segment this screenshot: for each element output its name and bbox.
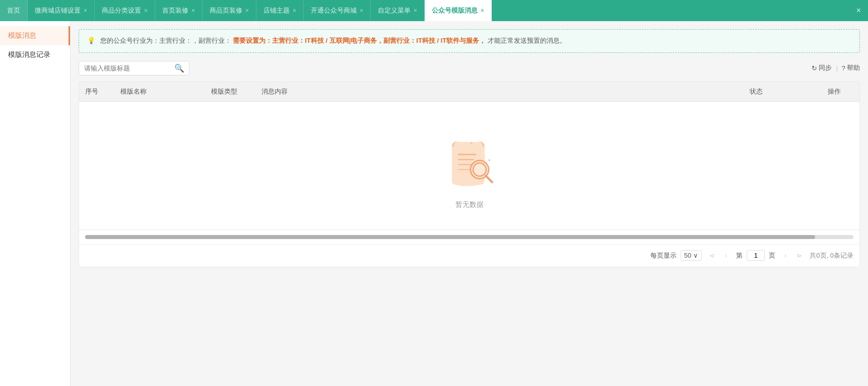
sync-label: 同步 [819, 63, 832, 72]
nav-tab-home-decor-close[interactable]: × [191, 7, 195, 14]
page-size-label: 每页显示 [650, 251, 677, 260]
empty-illustration: ✦ ✦ [439, 132, 500, 192]
nav-tab-shop-theme-close[interactable]: × [293, 7, 296, 14]
table-header: 序号 模版名称 模版类型 消息内容 状态 操作 [79, 82, 859, 102]
empty-text: 暂无数据 [455, 200, 484, 209]
fake-scrollbar[interactable] [85, 235, 853, 239]
nav-tab-product-page-close[interactable]: × [245, 7, 249, 14]
nav-tab-open-mall-label: 开通公众号商城 [311, 6, 357, 15]
scrollbar-thumb [85, 235, 815, 239]
page-label-suffix: 页 [769, 251, 775, 260]
notice-icon: 💡 [87, 37, 95, 44]
notice-prefix: 您的公众号行业为：主营行业：，副营行业： [100, 37, 231, 44]
next-page-button[interactable]: › [779, 250, 791, 262]
help-label: 帮助 [847, 63, 860, 72]
empty-state: ✦ ✦ 暂无数据 [79, 102, 859, 229]
nav-tab-home-decor[interactable]: 首页装修 × [155, 0, 203, 21]
pagination: 每页显示 50 ∨ ⊲ ‹ 第 页 › ⊳ 共0页, 0条记录 [79, 244, 859, 267]
sidebar-item-template-history-label: 模版消息记录 [8, 50, 50, 58]
nav-tab-template-msg-label: 公众号模版消息 [432, 6, 478, 15]
nav-tab-open-mall-close[interactable]: × [360, 7, 363, 14]
col-name: 模版名称 [114, 82, 205, 101]
nav-tab-product-page-label: 商品页装修 [210, 6, 242, 15]
col-status: 状态 [744, 82, 809, 101]
col-action: 操作 [809, 82, 859, 101]
help-button[interactable]: ? 帮助 [842, 63, 860, 72]
search-bar: 🔍 ↻ 同步 | ? 帮助 [79, 61, 860, 75]
nav-tab-wshop-close[interactable]: × [84, 7, 87, 14]
nav-tab-shop-theme[interactable]: 店铺主题 × [256, 0, 304, 21]
notice-suffix: 才能正常发送预置的消息。 [488, 37, 566, 44]
nav-tab-wshop-label: 微商城店铺设置 [35, 6, 81, 15]
search-input[interactable] [79, 61, 189, 75]
svg-line-7 [486, 176, 492, 182]
top-nav: 首页 微商城店铺设置 × 商品分类设置 × 首页装修 × 商品页装修 × 店铺主… [0, 0, 868, 21]
nav-tab-template-msg[interactable]: 公众号模版消息 × [425, 0, 492, 21]
nav-tab-category-close[interactable]: × [144, 7, 148, 14]
nav-tab-shop-theme-label: 店铺主题 [263, 6, 290, 15]
toolbar-divider: | [836, 64, 837, 72]
last-page-button[interactable]: ⊳ [793, 250, 806, 262]
nav-tab-custom-menu[interactable]: 自定义菜单 × [371, 0, 425, 21]
nav-tab-template-msg-close[interactable]: × [481, 7, 484, 14]
total-info: 共0页, 0条记录 [810, 251, 853, 260]
main-layout: 模版消息 模版消息记录 💡 您的公众号行业为：主营行业：，副营行业： 需要设置为… [0, 21, 868, 386]
col-seq: 序号 [79, 82, 114, 101]
content-area: 💡 您的公众号行业为：主营行业：，副营行业： 需要设置为：主营行业：IT科技 /… [71, 21, 868, 386]
nav-tab-category-label: 商品分类设置 [102, 6, 141, 15]
sync-button[interactable]: ↻ 同步 [812, 63, 832, 72]
sidebar: 模版消息 模版消息记录 [0, 21, 71, 386]
svg-text:✦: ✦ [470, 141, 473, 145]
notice-box: 💡 您的公众号行业为：主营行业：，副营行业： 需要设置为：主营行业：IT科技 /… [79, 29, 860, 53]
help-icon: ? [842, 64, 845, 72]
first-page-button[interactable]: ⊲ [706, 250, 718, 262]
pagination-nav: ⊲ ‹ 第 页 › ⊳ [706, 250, 806, 262]
close-all-button[interactable]: × [849, 6, 868, 15]
nav-tab-home[interactable]: 首页 [0, 0, 28, 21]
col-type: 模版类型 [205, 82, 255, 101]
nav-tab-home-decor-label: 首页装修 [162, 6, 188, 15]
nav-tab-open-mall[interactable]: 开通公众号商城 × [304, 0, 371, 21]
nav-tab-home-label: 首页 [7, 6, 20, 15]
sidebar-item-template-history[interactable]: 模版消息记录 [0, 45, 70, 64]
nav-tab-custom-menu-label: 自定义菜单 [378, 6, 411, 15]
nav-tab-custom-menu-close[interactable]: × [414, 7, 417, 14]
search-icon: 🔍 [174, 64, 184, 72]
notice-highlight: 需要设置为：主营行业：IT科技 / 互联网|电子商务，副营行业：IT科技 / I… [233, 37, 486, 44]
prev-page-button[interactable]: ‹ [720, 250, 732, 262]
nav-tab-wshop[interactable]: 微商城店铺设置 × [28, 0, 95, 21]
col-content: 消息内容 [255, 82, 744, 101]
page-size-select[interactable]: 50 ∨ [681, 250, 702, 261]
page-size-value: 50 [684, 252, 691, 259]
nav-tab-product-page[interactable]: 商品页装修 × [203, 0, 256, 21]
sync-icon: ↻ [812, 64, 817, 72]
search-button[interactable]: 🔍 [174, 63, 184, 73]
page-size-dropdown-icon: ∨ [693, 252, 698, 259]
toolbar-right: ↻ 同步 | ? 帮助 [812, 63, 860, 72]
page-number-input[interactable] [747, 250, 765, 261]
page-label-prefix: 第 [736, 251, 743, 260]
sidebar-item-template-msg[interactable]: 模版消息 [0, 26, 70, 45]
sidebar-item-template-msg-label: 模版消息 [8, 31, 36, 39]
table-container: 序号 模版名称 模版类型 消息内容 状态 操作 [79, 82, 860, 267]
scrollbar-area [79, 229, 859, 244]
nav-tab-category[interactable]: 商品分类设置 × [95, 0, 155, 21]
svg-text:✦: ✦ [487, 158, 491, 163]
